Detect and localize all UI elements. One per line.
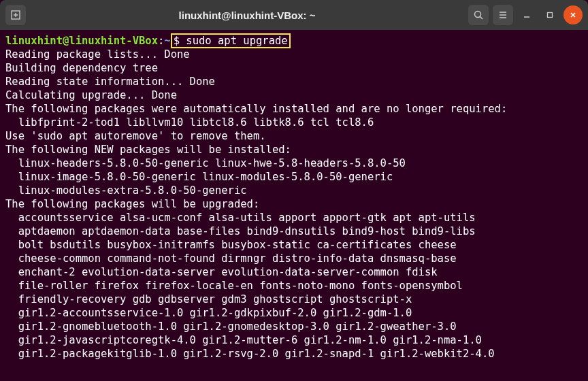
- output-line: accountsservice alsa-ucm-conf alsa-utils…: [5, 211, 583, 225]
- output-line: Calculating upgrade... Done: [5, 88, 583, 102]
- output-line: The following packages will be upgraded:: [5, 197, 583, 211]
- output-line: gir1.2-gnomebluetooth-1.0 gir1.2-gnomede…: [5, 320, 583, 333]
- menu-button[interactable]: [493, 5, 513, 25]
- output-line: friendly-recovery gdb gdbserver gdm3 gho…: [5, 293, 583, 306]
- output-line: linux-modules-extra-5.8.0-50-generic: [5, 184, 583, 197]
- output-line: gir1.2-packagekitglib-1.0 gir1.2-rsvg-2.…: [5, 347, 583, 361]
- prompt-line: linuxhint@linuxhint-VBox:~$ sudo apt upg…: [5, 34, 583, 48]
- output-line: linux-headers-5.8.0-50-generic linux-hwe…: [5, 156, 583, 170]
- output-line: The following packages were automaticall…: [5, 102, 583, 116]
- output-line: aptdaemon aptdaemon-data base-files bind…: [5, 225, 583, 238]
- terminal-window: linuxhint@linuxhint-VBox: ~ linuxhint@li…: [0, 0, 588, 381]
- command-text: sudo apt upgrade: [180, 35, 288, 47]
- prompt-dollar: $: [174, 35, 180, 47]
- prompt-user-host: linuxhint@linuxhint-VBox: [5, 35, 158, 47]
- command-highlight: $ sudo apt upgrade: [171, 33, 291, 48]
- output-line: cheese-common command-not-found dirmngr …: [5, 252, 583, 265]
- search-button[interactable]: [468, 5, 489, 25]
- prompt-colon: :: [158, 35, 164, 47]
- output-line: The following NEW packages will be insta…: [5, 143, 583, 156]
- output-line: Reading state information... Done: [5, 75, 583, 88]
- output-line: gir1.2-javascriptcoregtk-4.0 gir1.2-mutt…: [5, 333, 583, 347]
- svg-rect-9: [548, 13, 553, 18]
- output-line: file-roller firefox firefox-locale-en fo…: [5, 279, 583, 293]
- svg-line-4: [480, 17, 483, 20]
- output-line: bolt bsdutils busybox-initramfs busybox-…: [5, 238, 583, 252]
- window-title: linuxhint@linuxhint-VBox: ~: [30, 10, 464, 21]
- close-button[interactable]: [564, 5, 583, 24]
- output-line: linux-image-5.8.0-50-generic linux-modul…: [5, 170, 583, 184]
- output-line: gir1.2-accountsservice-1.0 gir1.2-gdkpix…: [5, 306, 583, 320]
- output-line: Reading package lists... Done: [5, 48, 583, 61]
- terminal-body[interactable]: linuxhint@linuxhint-VBox:~$ sudo apt upg…: [0, 30, 588, 365]
- output-line: Use 'sudo apt autoremove' to remove them…: [5, 129, 583, 143]
- svg-point-3: [475, 12, 481, 18]
- output-line: libfprint-2-tod1 libllvm10 libtcl8.6 lib…: [5, 116, 583, 129]
- prompt-path: ~: [164, 35, 170, 47]
- maximize-button[interactable]: [540, 5, 559, 24]
- new-tab-button[interactable]: [5, 5, 26, 25]
- output-line: enchant-2 evolution-data-server evolutio…: [5, 265, 583, 279]
- output-line: Building dependency tree: [5, 61, 583, 75]
- minimize-button[interactable]: [517, 5, 536, 24]
- titlebar: linuxhint@linuxhint-VBox: ~: [0, 0, 588, 30]
